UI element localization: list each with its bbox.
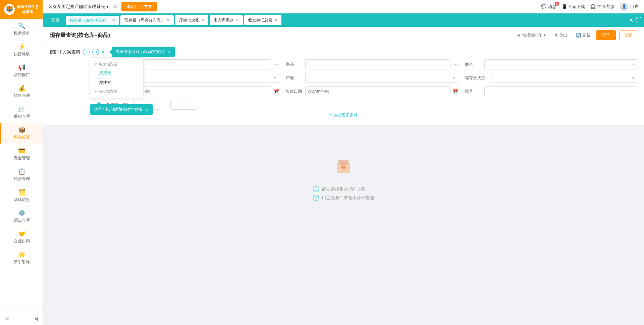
prod-date-start[interactable] [126,86,271,96]
app-download-btn[interactable]: 📱 App下载 [562,4,585,10]
print-btn[interactable]: 🖨 按模板打印 ▾ [514,31,548,40]
origin-select[interactable]: ▾ [305,73,458,83]
page-top-bar: 现存量查询(按仓库+商品) 🖨 按模板打印 ▾ ⬆ 导出 🔄 刷新 查询 设置 [43,27,644,44]
tab-collection-summary[interactable]: 收发存汇总表 ✕ [244,15,281,25]
calendar-icon[interactable]: 📅 [273,89,279,94]
system-selector[interactable]: 装备及固定资产辅助管理系统 ▾ [48,4,109,10]
tab-close-icon[interactable]: ✕ [236,18,239,22]
online-support-btn[interactable]: 🎧 在线客服 [590,4,614,10]
refresh-btn[interactable]: 🔄 刷新 [573,31,593,40]
tooltip-close-2[interactable]: ✕ [145,107,149,112]
tab-close-all-icon[interactable]: ✕ [629,17,633,23]
sidebar-item-operations[interactable]: 📋 经营管理 [0,164,43,185]
filter-row-expiry: 失效日期 📅 [286,86,458,96]
messages-btn[interactable]: 💬 消息 6 [541,4,556,10]
tab-close-icon[interactable]: ✕ [167,18,170,22]
tab-in-out-flow[interactable]: 出入库流水 ✕ [210,15,243,25]
tooltip-scheme-2: 这里可以创建和修改方案哦 ✕ [90,104,153,115]
sidebar-item-finance[interactable]: 💳 资金管理 [0,144,43,164]
filter-header-label: 按以下方案查询 [50,49,80,55]
top-header: 装备及固定资产辅助管理系统 ▾ ⚙ 体验行业方案 💬 消息 6 📱 App下载 … [43,0,644,13]
setup-button[interactable]: 设置 [619,31,637,40]
tab-close-icon[interactable]: ✕ [112,18,115,23]
main-area: 装备及固定资产辅助管理系统 ▾ ⚙ 体验行业方案 💬 消息 6 📱 App下载 … [43,0,644,325]
export-icon: ⬆ [554,33,558,38]
sidebar-item-purchase[interactable]: 🛒 采购管理 [0,102,43,123]
sidebar-item-label: 搜索菜单 [14,31,30,36]
user-menu[interactable]: 👤 用户 [620,2,639,11]
tab-inventory-status[interactable]: 现存量（库存状况表） ✕ [66,15,119,25]
filter-refresh-btn[interactable]: ↺ [92,49,99,55]
batch-input[interactable] [484,86,637,96]
inv-main-end[interactable] [170,100,197,110]
chevron-down-icon: ▾ [274,75,276,80]
scheme-item-1[interactable]: 按搜索 [90,68,143,78]
sidebar-item-search[interactable]: 🔍 搜索菜单 [0,19,43,40]
logo-text: 畅通道好生意 标准版 [17,4,39,15]
tab-close-icon[interactable]: ✕ [201,18,204,22]
sidebar-item-label: 新手引导 [14,259,30,265]
svg-rect-4 [342,168,345,169]
tab-home[interactable]: 首页 [46,13,65,27]
industry-btn[interactable]: 体验行业方案 [121,2,157,11]
filter-back-btn[interactable]: « [102,49,105,55]
settings-icon[interactable]: ⚙ [5,315,9,322]
sidebar-item-enterprise[interactable]: 🤝 企业协同 [0,227,43,248]
expiry-date-start[interactable] [305,86,450,96]
scheme-tree: ▾ 电脑端方案 按搜索 按搜索 ▸ 移动端方案 [90,57,144,98]
page-title: 现存量查询(按仓库+商品) [50,32,110,39]
sidebar-item-sales[interactable]: 💰 销售管理 [0,81,43,102]
online-support-label: 在线客服 [597,4,614,10]
step-label-2: 用过滤条件来缩小分析范围 [322,195,374,201]
tooltip-close-1[interactable]: ✕ [167,49,171,55]
sidebar-item-label: 库存核算 [14,134,30,140]
filter-add-btn[interactable]: + [83,49,90,55]
sidebar-item-label: 销售管理 [14,93,30,99]
tab-inventory-batch[interactable]: 库存批次账 ✕ [175,15,208,25]
app-download-label: App下载 [569,4,585,10]
settings-icon[interactable]: ⚙ [113,3,117,10]
chevron-down-icon: ▾ [632,75,634,80]
warehouse-more-icon[interactable]: ··· [274,61,279,68]
expiry-date-range: 📅 [305,86,458,96]
sidebar-item-label: 基础信息 [14,197,30,203]
tooltip-scheme-1: 电脑方案可设为移动方案哦 ✕ [112,47,175,57]
sidebar-item-base[interactable]: 🗂️ 基础信息 [0,185,43,206]
filter-row-color: 颜色 ▾ [465,59,637,69]
page-actions: 🖨 按模板打印 ▾ ⬆ 导出 🔄 刷新 查询 设置 [514,30,637,40]
sidebar-item-marketing[interactable]: 📢 营销推广 [0,60,43,81]
scheme-section-mobile: ▸ 移动端方案 [90,88,143,95]
color-label: 颜色 [465,62,482,67]
calendar-icon[interactable]: 📅 [452,89,458,94]
scheme-item-2[interactable]: 按搜索 [90,78,143,88]
query-button[interactable]: 查询 [596,30,616,40]
goods-select[interactable] [305,59,450,69]
goods-more-icon[interactable]: ··· [453,61,458,68]
tab-close-icon[interactable]: ✕ [274,18,277,22]
empty-step-1: 1 请先选择要分析的方案 [313,186,374,192]
export-btn[interactable]: ⬆ 导出 [552,31,570,40]
chevron-down-icon: ▾ [632,62,634,67]
collapse-sidebar-icon[interactable]: ◀ [34,315,38,322]
message-count: 6 [555,2,559,6]
sidebar-nav: 🔍 搜索菜单 ⚡ 快捷导航 📢 营销推广 💰 销售管理 🛒 采购管理 📦 库存核… [0,19,43,312]
color-select[interactable]: ▾ [484,59,637,69]
collapse-label: 收起更多条件 [334,113,358,117]
tab-inventory-dist[interactable]: 现存量（库存分布表） ✕ [120,15,174,25]
step-num-1: 1 [313,186,319,192]
sidebar-item-guide[interactable]: 🌟 新手引导 [0,248,43,268]
sidebar-item-system[interactable]: ⚙️ 系统管理 [0,206,43,227]
tab-fullscreen-icon[interactable]: ⛶ [636,17,641,23]
warehouse-select[interactable] [126,59,271,69]
inv-status-select[interactable]: ▾ [491,73,637,83]
goods-label: 商品 [286,62,303,67]
tab-bar-actions: ✕ ⛶ [629,17,641,23]
user-label: 用户 [630,4,639,10]
empty-state: 1 请先选择要分析的方案 2 用过滤条件来缩小分析范围 [43,126,644,228]
sidebar-item-inventory[interactable]: 📦 库存核算 [0,123,43,144]
phone-icon: 📱 [562,4,567,9]
enterprise-icon: 🤝 [18,230,25,237]
size-select[interactable]: ▾ [126,73,279,83]
sidebar-item-quick-nav[interactable]: ⚡ 快捷导航 [0,40,43,60]
filter-area: 按以下方案查询 + ↺ « ▾ 电脑端方案 按搜索 按搜索 ▸ [43,44,644,126]
